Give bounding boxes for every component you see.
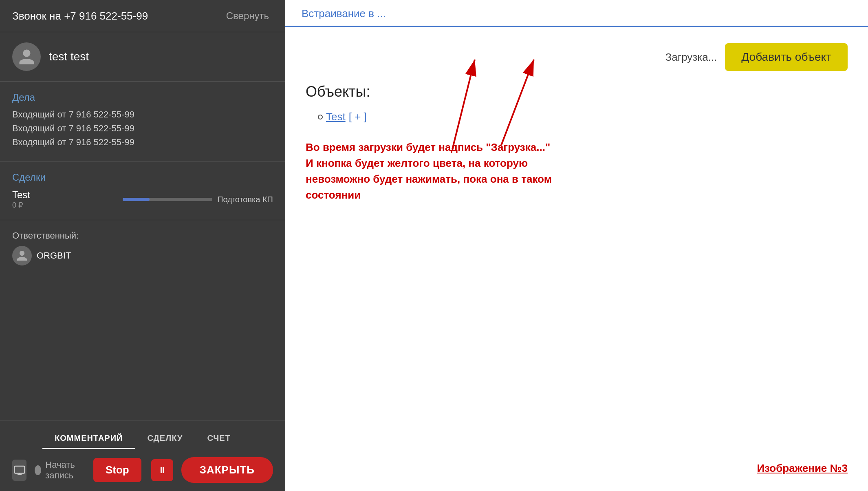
loading-text: Загрузка... <box>665 51 717 64</box>
tab-comment[interactable]: КОММЕНТАРИЙ <box>42 429 135 449</box>
responsible-row: ORGBIT <box>12 246 273 265</box>
close-button[interactable]: ЗАКРЫТЬ <box>181 457 273 483</box>
left-panel: Звонок на +7 916 522-55-99 Свернуть test… <box>0 0 285 491</box>
action-row: Начать запись Stop ⏸ ЗАКРЫТЬ <box>0 449 285 491</box>
image-label: Изображение №3 <box>757 462 848 475</box>
responsible-name: ORGBIT <box>37 250 71 261</box>
tab-invoice[interactable]: СЧЕТ <box>195 429 243 449</box>
add-object-button[interactable]: Добавить объект <box>725 43 848 71</box>
deals-section: Дела Входящий от 7 916 522-55-99 Входящи… <box>0 82 285 161</box>
trades-title: Сделки <box>12 172 273 183</box>
bullet-point <box>318 115 323 119</box>
bottom-area: КОММЕНТАРИЙ СДЕЛКУ СЧЕТ Начать запись St… <box>0 420 285 491</box>
trades-section: Сделки Test 0 ₽ Подготовка КП <box>0 161 285 220</box>
progress-fill <box>123 198 150 201</box>
responsible-avatar <box>12 246 32 265</box>
minimize-button[interactable]: Свернуть <box>222 8 273 24</box>
screen-icon <box>13 464 26 476</box>
record-toggle[interactable]: Начать запись <box>35 460 85 481</box>
object-link[interactable]: Test <box>326 111 346 123</box>
call-header: Звонок на +7 916 522-55-99 Свернуть <box>0 0 285 32</box>
right-content: Загрузка... Добавить объект <box>285 27 868 491</box>
progress-container: Подготовка КП <box>123 195 273 204</box>
record-label: Начать запись <box>45 460 85 481</box>
annotation-text: Во время загрузки будет надпись "Загрузк… <box>306 139 591 203</box>
tab-deal[interactable]: СДЕЛКУ <box>135 429 195 449</box>
svg-rect-0 <box>14 466 24 473</box>
deals-title: Дела <box>12 92 273 103</box>
svg-line-5 <box>452 60 475 149</box>
responsible-label: Ответственный: <box>12 230 273 241</box>
toolbar-row: Загрузка... Добавить объект <box>306 43 848 71</box>
screen-share-button[interactable] <box>12 460 26 481</box>
objects-list: Test [ + ] <box>318 111 848 123</box>
person-icon <box>18 48 36 66</box>
trade-stage: Подготовка КП <box>217 195 273 204</box>
contact-section: test test <box>0 32 285 82</box>
contact-name: test test <box>49 50 89 63</box>
call-title: Звонок на +7 916 522-55-99 <box>12 10 148 22</box>
trade-price: 0 ₽ <box>12 201 30 210</box>
object-add-link[interactable]: [ + ] <box>349 111 367 123</box>
stop-button[interactable]: Stop <box>93 458 141 482</box>
object-item: Test [ + ] <box>318 111 848 123</box>
stop-label: Stop <box>106 464 129 476</box>
toggle-indicator <box>35 465 41 475</box>
deal-item-3: Входящий от 7 916 522-55-99 <box>12 137 273 148</box>
right-header: Встраивание в ... <box>285 0 868 27</box>
responsible-person-icon <box>16 250 28 262</box>
deal-item-1: Входящий от 7 916 522-55-99 <box>12 109 273 120</box>
deal-item-2: Входящий от 7 916 522-55-99 <box>12 123 273 134</box>
objects-title: Объекты: <box>306 83 848 100</box>
responsible-section: Ответственный: ORGBIT <box>0 220 285 276</box>
tab-bar: КОММЕНТАРИЙ СДЕЛКУ СЧЕТ <box>0 420 285 449</box>
right-tab-embed[interactable]: Встраивание в ... <box>302 7 386 27</box>
trade-name: Test <box>12 189 30 201</box>
avatar <box>12 42 41 71</box>
pause-icon: ⏸ <box>158 465 167 475</box>
svg-line-6 <box>501 60 534 145</box>
pause-button[interactable]: ⏸ <box>151 459 173 481</box>
progress-bar <box>123 198 212 201</box>
trade-row: Test 0 ₽ Подготовка КП <box>12 189 273 210</box>
right-panel: Встраивание в ... Загрузка... Добавить о… <box>285 0 868 491</box>
